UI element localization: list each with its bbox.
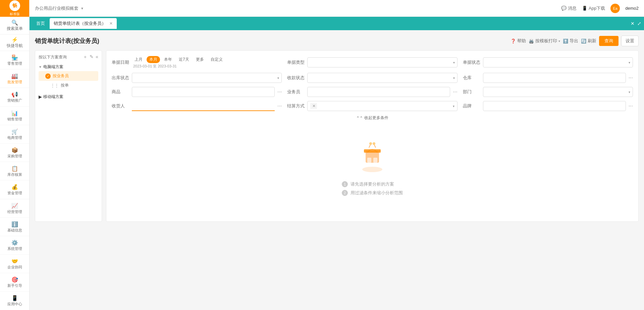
print-dropdown-icon[interactable]: ▾ (558, 39, 560, 43)
sidebar-search-item[interactable]: 🔍 搜索菜单 (0, 17, 29, 35)
goods-more-icon[interactable]: ··· (277, 89, 282, 95)
warehouse-input[interactable] (483, 73, 626, 83)
breadcrumb-dropdown-icon[interactable]: ▾ (81, 6, 83, 11)
left-panel-title: 按以下方案查询 (39, 54, 67, 60)
sub-scheme-item-order[interactable]: ⋮⋮ 按单 (39, 81, 98, 90)
salesperson-input[interactable] (307, 87, 450, 97)
finance-icon: 💰 (1, 184, 28, 190)
avatar-text: Ea (613, 6, 618, 10)
goods-input[interactable] (132, 87, 275, 97)
sidebar-item-stock[interactable]: 📋 库存核算 (0, 162, 29, 180)
sidebar-item-finance[interactable]: 💰 资金管理 (0, 180, 29, 199)
svg-rect-2 (364, 149, 381, 153)
left-panel-icons: ＋ ✎ « (83, 54, 98, 60)
sidebar-operations-label: 经营管理 (1, 210, 28, 214)
receipt-select[interactable] (307, 73, 457, 83)
print-button[interactable]: 🖨️ 按模板打印 ▾ (529, 38, 560, 44)
collapse-label: 收起更多条件 (364, 115, 388, 121)
ecom-icon: 🛒 (1, 128, 28, 135)
app-download-button[interactable]: 📱 App下载 (582, 5, 605, 11)
sidebar-item-appstore[interactable]: 📱 应用中心 (0, 292, 29, 310)
brand-more-icon[interactable]: ··· (629, 103, 633, 109)
sidebar-item-ecom[interactable]: 🛒 电商管理 (0, 125, 29, 144)
sidebar-item-purchase[interactable]: 📦 采购管理 (0, 144, 29, 162)
consignee-more-icon[interactable]: ··· (277, 103, 282, 109)
sidebar-item-system[interactable]: ⚙️ 系统管理 (0, 236, 29, 255)
settlement-filter-item: 结算方式 ✕ ▾ (287, 101, 457, 111)
scheme-item-sales-person[interactable]: ✓ 按业务员 (39, 71, 98, 81)
date-tab-7days[interactable]: 近7天 (176, 56, 192, 63)
svg-point-8 (373, 142, 375, 145)
date-tab-more[interactable]: 更多 (193, 56, 207, 63)
edit-scheme-button[interactable]: ✎ (90, 54, 94, 60)
tab-close-icon[interactable]: ✕ (109, 21, 113, 26)
sidebar-item-enterprise[interactable]: 🤝 企业协同 (0, 255, 29, 273)
empty-icon (356, 141, 389, 174)
add-scheme-button[interactable]: ＋ (83, 54, 88, 60)
doc-status-select[interactable] (483, 57, 633, 67)
consignee-input[interactable] (132, 101, 275, 111)
sidebar-item-basic[interactable]: ℹ️ 基础信息 (0, 218, 29, 236)
tab-home[interactable]: 首页 (32, 18, 49, 29)
avatar[interactable]: Ea (610, 4, 620, 13)
outbound-filter-item: 出库状态 ▾ (112, 73, 282, 83)
outbound-label: 出库状态 (112, 75, 129, 81)
top-header: 办公用品行业模拟账套 ▾ 💬 消息 📱 App下载 Ea demo2 (30, 0, 644, 17)
tab-maximize-icon[interactable]: ⤢ (637, 21, 641, 26)
salesperson-more-icon[interactable]: ··· (453, 89, 457, 95)
hint-num-1: 1 (342, 181, 348, 187)
doc-type-select[interactable] (307, 57, 457, 67)
refresh-icon: 🔄 (581, 39, 586, 44)
sidebar-item-marketing[interactable]: 📢 营销推广 (0, 88, 29, 106)
sidebar-item-retail[interactable]: 🏪 零售管理 (0, 51, 29, 69)
brand-filter-item: 品牌 ··· (463, 101, 633, 111)
svg-rect-3 (367, 158, 371, 163)
sidebar-logo[interactable]: 畅 标准版 (0, 0, 29, 17)
warehouse-more-icon[interactable]: ··· (629, 75, 633, 81)
enterprise-icon: 🤝 (1, 258, 28, 264)
salesperson-label: 业务员 (287, 89, 305, 95)
sidebar-item-wholesale[interactable]: 🏭 批发管理 (0, 69, 29, 88)
date-tab-custom[interactable]: 自定义 (208, 56, 225, 63)
settlement-dropdown-icon[interactable]: ▾ (453, 104, 454, 108)
outbound-select[interactable] (132, 73, 282, 83)
date-tab-thisyear[interactable]: 本年 (161, 56, 175, 63)
mobile-section-header[interactable]: ▶ 移动端方案 (39, 93, 98, 101)
header-right: 💬 消息 📱 App下载 Ea demo2 (561, 4, 639, 13)
tab-minimize-icon[interactable]: ✕ (631, 21, 635, 26)
query-button[interactable]: 查询 (599, 36, 619, 46)
collapse-button[interactable]: ⌃⌃ 收起更多条件 (112, 115, 633, 121)
department-select[interactable] (483, 87, 633, 97)
print-icon: 🖨️ (529, 39, 534, 44)
help-button[interactable]: ❓ 帮助 (511, 38, 526, 44)
sidebar-search-label: 搜索菜单 (2, 26, 27, 32)
settlement-label: 结算方式 (287, 103, 305, 109)
user-label[interactable]: demo2 (625, 6, 639, 11)
sidebar-item-newbie[interactable]: 🎯 新手引导 (0, 273, 29, 292)
empty-hint-1: 1 请先选择要分析的方案 (342, 181, 403, 187)
brand-input[interactable] (483, 101, 626, 111)
date-range: 2023-03-01 至 2023-03-31 (133, 64, 282, 69)
doc-status-label: 单据状态 (463, 59, 480, 65)
settlement-clear-icon[interactable]: ✕ (312, 104, 316, 108)
collapse-panel-button[interactable]: « (96, 54, 98, 60)
message-button[interactable]: 💬 消息 (561, 5, 577, 11)
settings-button[interactable]: 设置 (621, 36, 639, 46)
sidebar-brand: 标准版 (10, 12, 20, 16)
sidebar-quicknav-item[interactable]: ⚡ 快捷导航 (0, 35, 29, 51)
date-tab-thismonth[interactable]: 本月 (147, 56, 160, 63)
newbie-icon: 🎯 (1, 276, 28, 283)
date-label: 单据日期 (112, 59, 129, 65)
sidebar-item-operations[interactable]: 📈 经营管理 (0, 199, 29, 218)
tab-sales-stat[interactable]: 销货单统计表（按业务员） ✕ (50, 18, 117, 29)
date-tab-lastmonth[interactable]: 上月 (132, 56, 145, 63)
sidebar-item-sales[interactable]: 📊 销售管理 (0, 107, 29, 125)
sidebar-quicknav-label: 快捷导航 (1, 43, 28, 49)
print-label: 按模板打印 (535, 38, 557, 44)
appstore-icon: 📱 (1, 295, 28, 301)
export-button[interactable]: ⬆️ 导出 (563, 38, 578, 44)
refresh-label: 刷新 (588, 38, 596, 44)
sidebar-newbie-label: 新手引导 (1, 283, 28, 288)
pc-section-header[interactable]: ▼ 电脑端方案 (39, 63, 98, 71)
refresh-button[interactable]: 🔄 刷新 (581, 38, 596, 44)
